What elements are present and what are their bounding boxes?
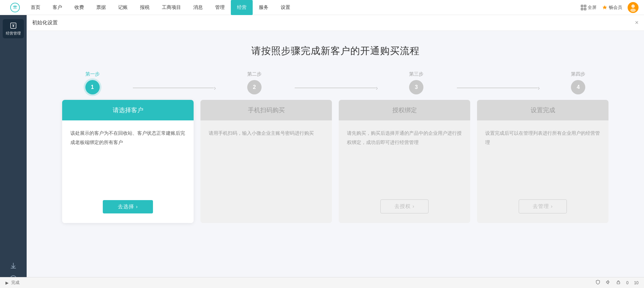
steps-row: 第一步 1 › 第二步 2 (52, 71, 619, 94)
nav-item-记账[interactable]: 记账 (112, 0, 134, 15)
card-4-body: 设置完成后可以在管理列表进行所有企业用户的经营管理 (477, 120, 608, 194)
bottom-bar: ▶ 完成 0 10 (0, 277, 644, 288)
sidebar: ¥ 经营管理 ? (0, 15, 27, 288)
card-1-body: 该处展示的客户为不在回收站、客户状态正常建账后完成老板端绑定的所有客户 (62, 120, 194, 195)
nav-item-报税[interactable]: 报税 (134, 0, 156, 15)
step-1-dot: 1 (85, 80, 100, 94)
svg-text:¥: ¥ (12, 24, 15, 28)
card-4-header: 设置完成 (477, 100, 608, 120)
network-icon: 0 (626, 280, 629, 285)
lock-icon (616, 280, 621, 286)
nav-item-首页[interactable]: 首页 (25, 0, 46, 15)
card-3-body: 请先购买，购买后选择开通的产品中的企业用户进行授权绑定，成功后即可进行经营管理 (339, 120, 470, 194)
go-select-button[interactable]: 去选择 › (103, 200, 153, 213)
svg-rect-1 (581, 5, 583, 7)
nav-item-服务[interactable]: 服务 (253, 0, 275, 15)
sidebar-item-management[interactable]: ¥ 经营管理 (3, 19, 24, 38)
member-button[interactable]: 畅会员 (602, 4, 622, 11)
card-1-header: 请选择客户 (62, 100, 194, 120)
nav-item-工商项目[interactable]: 工商项目 (156, 0, 187, 15)
step-2-dot: 2 (247, 80, 262, 94)
user-avatar[interactable] (628, 2, 639, 13)
step-2-label: 第二步 (247, 71, 262, 77)
nav-item-收费[interactable]: 收费 (68, 0, 90, 15)
status-text: 完成 (11, 280, 19, 286)
flow-title: 请按照步骤完成新客户的开通购买流程 (251, 44, 420, 57)
nav-item-设置[interactable]: 设置 (275, 0, 296, 15)
step-3-dot: 3 (409, 80, 423, 94)
play-icon: ▶ (5, 280, 9, 285)
step-1-col: 第一步 1 (52, 71, 133, 94)
volume-icon (606, 280, 611, 286)
go-authorize-button[interactable]: 去授权 › (380, 199, 429, 213)
step-1-label: 第一步 (85, 71, 100, 77)
logo (5, 3, 25, 12)
main-layout: ¥ 经营管理 ? 初始化设置 × 请按照步骤完成新客户的开通购买流程 (0, 15, 644, 288)
card-3: 授权绑定 请先购买，购买后选择开通的产品中的企业用户进行授权绑定，成功后即可进行… (339, 100, 470, 223)
page-header: 初始化设置 × (27, 15, 644, 31)
svg-rect-4 (584, 8, 586, 10)
bottom-bar-right: 0 10 (596, 280, 639, 286)
step-3-label: 第三步 (409, 71, 423, 77)
nav-item-经营[interactable]: 经营 (231, 0, 253, 15)
nav-item-票据[interactable]: 票据 (90, 0, 112, 15)
main-content-area: 初始化设置 × 请按照步骤完成新客户的开通购买流程 第一步 1 (27, 15, 644, 288)
card-2-body: 请用手机扫码，输入小微企业主账号密码进行购买 (200, 120, 332, 208)
card-4-footer: 去管理 › (477, 194, 608, 223)
step-2-col: 第二步 2 (214, 71, 295, 94)
svg-marker-5 (603, 5, 607, 9)
svg-point-8 (630, 9, 636, 12)
step-4-dot: 4 (571, 80, 585, 94)
step-4-col: 第四步 4 (538, 71, 619, 94)
card-1-footer: 去选择 › (62, 195, 194, 223)
battery-icon: 10 (634, 280, 639, 285)
svg-rect-3 (581, 8, 583, 10)
nav-item-客户[interactable]: 客户 (46, 0, 68, 15)
svg-rect-2 (584, 5, 586, 7)
page-title: 初始化设置 (32, 19, 58, 26)
top-navigation: 首页客户收费票据记账报税工商项目消息管理经营服务设置 全屏 畅会员 (0, 0, 644, 15)
nav-right: 全屏 畅会员 (581, 2, 639, 13)
card-2: 手机扫码购买 请用手机扫码，输入小微企业主账号密码进行购买 (200, 100, 332, 223)
connector-2: › (295, 88, 376, 94)
close-button[interactable]: × (635, 19, 639, 26)
step-4-label: 第四步 (571, 71, 585, 77)
fullscreen-button[interactable]: 全屏 (581, 4, 597, 11)
step-3-col: 第三步 3 (376, 71, 457, 94)
nav-item-消息[interactable]: 消息 (187, 0, 209, 15)
svg-point-7 (631, 4, 635, 8)
nav-item-管理[interactable]: 管理 (209, 0, 231, 15)
svg-rect-13 (617, 282, 620, 284)
flow-wrapper: 第一步 1 › 第二步 2 (52, 71, 619, 223)
card-2-footer (200, 208, 332, 223)
cards-row: 请选择客户 该处展示的客户为不在回收站、客户状态正常建账后完成老板端绑定的所有客… (62, 100, 608, 223)
card-2-header: 手机扫码购买 (200, 100, 332, 120)
card-1: 请选择客户 该处展示的客户为不在回收站、客户状态正常建账后完成老板端绑定的所有客… (62, 100, 194, 223)
card-4: 设置完成 设置完成后可以在管理列表进行所有企业用户的经营管理 去管理 › (477, 100, 608, 223)
go-manage-button[interactable]: 去管理 › (519, 199, 567, 213)
download-icon[interactable] (10, 262, 17, 270)
content-area: 请按照步骤完成新客户的开通购买流程 第一步 1 › (27, 31, 644, 288)
connector-3: › (457, 88, 538, 94)
nav-menu: 首页客户收费票据记账报税工商项目消息管理经营服务设置 (25, 0, 581, 15)
shield-icon (596, 280, 600, 286)
card-3-footer: 去授权 › (339, 194, 470, 223)
connector-1: › (133, 88, 214, 94)
card-3-header: 授权绑定 (339, 100, 470, 120)
